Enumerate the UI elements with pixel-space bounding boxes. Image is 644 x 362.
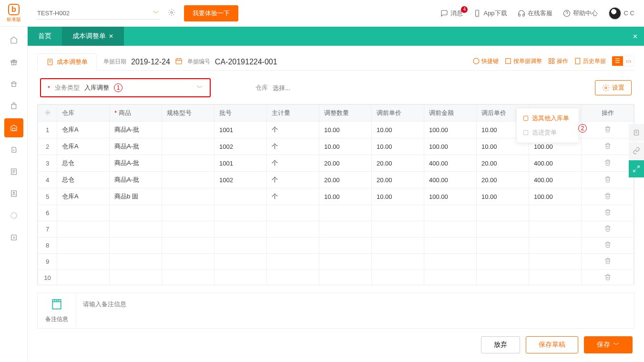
chevron-down-icon: ﹀ xyxy=(153,9,159,17)
nav-warehouse-icon[interactable] xyxy=(4,118,23,137)
svg-rect-16 xyxy=(11,191,16,197)
messages-button[interactable]: 消息 4 xyxy=(440,9,463,18)
help-button[interactable]: 帮助中心 xyxy=(563,9,598,18)
app-download-button[interactable]: App下载 xyxy=(473,9,507,18)
svg-point-3 xyxy=(563,10,570,16)
view-toggle[interactable]: ☰ ▭ xyxy=(612,56,634,66)
save-button[interactable]: 保存﹀ xyxy=(584,336,633,353)
by-bill-dropdown: 选其他入库单 选进货单 xyxy=(516,108,579,143)
dock-expand-icon[interactable] xyxy=(629,160,644,177)
customer-service-button[interactable]: 在线客服 xyxy=(518,9,552,18)
svg-point-17 xyxy=(13,192,14,194)
nav-house-icon[interactable] xyxy=(4,74,23,93)
delete-row-button[interactable] xyxy=(582,172,634,188)
org-selector[interactable]: TEST-H002 ﹀ xyxy=(36,7,160,20)
ops-button[interactable]: 操作 xyxy=(548,57,568,65)
nav-list-icon[interactable] xyxy=(4,162,23,181)
nav-bag-icon[interactable] xyxy=(4,96,23,115)
logo[interactable]: b 标准版 xyxy=(0,4,28,23)
calendar-icon[interactable] xyxy=(175,57,183,66)
annotation-2: 2 xyxy=(578,124,587,133)
gear-column[interactable] xyxy=(38,105,57,122)
delete-row-button[interactable] xyxy=(582,238,634,254)
user-menu[interactable]: C C xyxy=(608,7,634,20)
close-all-tabs[interactable]: ✕ xyxy=(626,27,644,46)
tab-home[interactable]: 首页 xyxy=(28,27,62,46)
col-batch: 批号 xyxy=(215,105,267,122)
try-button[interactable]: 我要体验一下 xyxy=(184,5,238,21)
nav-profile-icon[interactable] xyxy=(4,184,23,203)
message-badge: 4 xyxy=(461,6,468,13)
delete-row-button[interactable] xyxy=(582,122,634,138)
tab-strip: 首页 成本调整单 ✕ ✕ xyxy=(28,27,644,46)
table-row[interactable]: 9 xyxy=(38,254,634,270)
col-price-before: 调前单价 xyxy=(372,105,424,122)
col-spec: 规格型号 xyxy=(162,105,215,122)
doc-num: CA-20191224-001 xyxy=(215,58,277,66)
discard-button[interactable]: 放弃 xyxy=(481,336,520,353)
delete-row-button[interactable] xyxy=(582,138,634,155)
svg-rect-30 xyxy=(549,59,551,61)
notes-icon xyxy=(51,298,63,313)
svg-line-47 xyxy=(637,166,639,168)
svg-rect-34 xyxy=(575,58,580,64)
svg-point-28 xyxy=(473,58,479,64)
remark-box: 备注信息 xyxy=(37,293,634,329)
tab-cost-adjustment[interactable]: 成本调整单 ✕ xyxy=(62,27,124,46)
dock-notes-icon[interactable] xyxy=(629,124,644,141)
delete-row-button[interactable] xyxy=(582,254,634,270)
settings-button[interactable]: 设置 xyxy=(595,80,632,95)
nav-more-icon[interactable] xyxy=(4,206,23,225)
table-row[interactable]: 5仓库A商品b 固个10.0010.00100.0010.00100.00 xyxy=(38,188,634,205)
svg-rect-32 xyxy=(549,62,551,63)
table-row[interactable]: 6 xyxy=(38,205,634,221)
chevron-down-icon: ﹀ xyxy=(613,341,620,349)
svg-rect-35 xyxy=(523,116,528,120)
gear-icon xyxy=(602,84,610,92)
delete-row-button[interactable] xyxy=(582,155,634,172)
svg-rect-24 xyxy=(176,59,182,64)
save-draft-button[interactable]: 保存草稿 xyxy=(526,336,578,353)
document-icon xyxy=(46,58,54,66)
col-unit: 主计量 xyxy=(267,105,319,122)
svg-point-37 xyxy=(605,87,607,89)
remark-input[interactable] xyxy=(76,293,634,327)
col-warehouse: 仓库 xyxy=(57,105,110,122)
business-type-select[interactable]: * 业务类型 入库调整 1 ﹀ xyxy=(40,78,211,97)
svg-rect-44 xyxy=(634,130,638,135)
org-name: TEST-H002 xyxy=(37,10,70,17)
doc-num-label: 单据编号 xyxy=(187,58,210,66)
by-bill-button[interactable]: 按单据调整 xyxy=(504,57,542,65)
delete-row-button[interactable] xyxy=(582,205,634,221)
delete-row-button[interactable] xyxy=(582,270,634,285)
svg-rect-33 xyxy=(552,62,554,63)
svg-rect-9 xyxy=(11,104,16,109)
nav-home-icon[interactable] xyxy=(4,31,23,50)
nav-money-icon[interactable]: ¥ xyxy=(4,140,23,159)
left-nav: ¥ 新 xyxy=(0,27,28,362)
menu-select-other-inbound[interactable]: 选其他入库单 xyxy=(517,111,579,125)
svg-rect-1 xyxy=(476,10,479,16)
table-row[interactable]: 3总仓商品A-批1001个20.0020.00400.0020.00400.00 xyxy=(38,155,634,172)
table-row[interactable]: 10 xyxy=(38,270,634,285)
nav-new-icon[interactable]: 新 xyxy=(4,228,23,247)
nav-gift-icon[interactable] xyxy=(4,52,23,72)
close-icon[interactable]: ✕ xyxy=(109,33,113,40)
history-button[interactable]: 历史单据 xyxy=(574,57,606,65)
table-row[interactable]: 7 xyxy=(38,221,634,238)
shortcut-button[interactable]: 快捷键 xyxy=(472,57,499,65)
col-operation: 操作 xyxy=(582,105,634,122)
warehouse-input[interactable] xyxy=(273,84,378,92)
warehouse-select[interactable]: 仓库 xyxy=(256,83,378,92)
dock-link-icon[interactable] xyxy=(629,142,644,159)
svg-point-0 xyxy=(171,11,173,13)
delete-row-button[interactable] xyxy=(582,221,634,238)
doc-date: 2019-12-24 xyxy=(131,58,170,66)
grid-view-icon: ▭ xyxy=(623,56,634,66)
delete-row-button[interactable] xyxy=(582,188,634,205)
gear-icon[interactable] xyxy=(168,9,175,18)
table-row[interactable]: 8 xyxy=(38,238,634,254)
message-icon xyxy=(440,10,448,17)
svg-rect-10 xyxy=(12,128,15,131)
table-row[interactable]: 4总仓商品A-批1002个20.0020.00400.0020.00400.00 xyxy=(38,172,634,188)
